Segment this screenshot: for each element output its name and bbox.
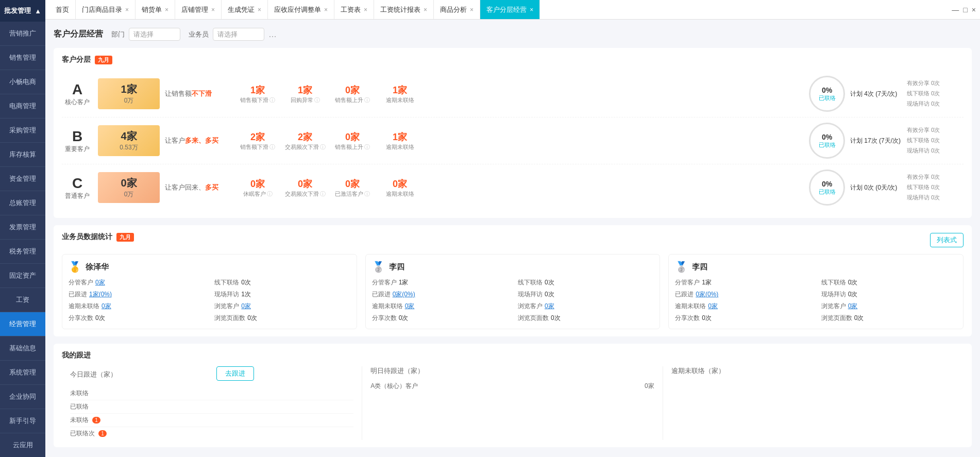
sp-stat-0-0: 分管客户0家: [69, 278, 204, 287]
tab-minimize-icon[interactable]: —: [952, 6, 959, 14]
sp-stat-1-3: 现场拜访0次: [518, 290, 653, 299]
sidebar-header[interactable]: 批发管理 ▲: [0, 0, 45, 22]
tier-a-contact-circle: 0% 已联络: [809, 76, 845, 112]
salesperson-stats-2: 分管客户1家 线下联络0次 已跟进0家(0%) 现场拜访0次 逾期未联络0家 浏…: [675, 278, 957, 323]
tier-c-count-box[interactable]: 0家 0万: [98, 172, 160, 203]
sidebar-item-cloud[interactable]: 云应用: [0, 433, 45, 457]
tier-b-contact-info: 计划 17次 (7天/次): [850, 137, 902, 145]
tab-customer-tier[interactable]: 客户分层经营×: [480, 0, 540, 20]
tier-c-contact-circle: 0% 已联络: [809, 170, 845, 206]
sidebar-item-inventory[interactable]: 库存核算: [0, 143, 45, 167]
sidebar-item-finance[interactable]: 资金管理: [0, 167, 45, 191]
tier-b-stat-1[interactable]: 2家 销售额下滑ⓘ: [237, 131, 278, 151]
tab-sales-order[interactable]: 销货单×: [136, 0, 175, 20]
tab-close-sales-order[interactable]: ×: [165, 6, 168, 13]
sp-stat-0-1: 线下联络0次: [214, 278, 350, 287]
content-area: 客户分层经营 部门 请选择 业务员 请选择 … 客户分层 九月: [45, 20, 980, 457]
sidebar-item-ecommerce-small[interactable]: 小畅电商: [0, 70, 45, 94]
tab-close-icon[interactable]: ×: [972, 6, 976, 14]
sidebar-item-ledger[interactable]: 总账管理: [0, 191, 45, 215]
tab-home[interactable]: 首页: [49, 0, 76, 20]
follow-col-tomorrow: 明日待跟进（家） A类（核心）客户 0家: [362, 366, 663, 440]
salesperson-stats-1: 分管客户1家 线下联络0次 已跟进0家(0%) 现场拜访0次 逾期未联络0家 浏…: [372, 278, 654, 323]
sp-stat-0-7: 浏览页面数0次: [214, 314, 350, 323]
sales-select[interactable]: 请选择: [213, 28, 264, 41]
sidebar-item-payroll[interactable]: 工资: [0, 288, 45, 312]
tier-b-contact-circle: 0% 已联络: [809, 123, 845, 159]
tier-c-stats: 0家 休眠客户ⓘ 0家 交易频次下滑ⓘ 0家 已激活客户ⓘ 0家 逾期未联络: [237, 178, 804, 198]
sidebar-item-sales[interactable]: 销售管理: [0, 46, 45, 70]
tier-a-stat-2[interactable]: 1家 回购异常ⓘ: [284, 84, 326, 104]
sidebar-item-invoice[interactable]: 发票管理: [0, 215, 45, 240]
follow-overdue-title: 逾期未联络（家）: [671, 366, 955, 376]
tier-row-c: C 普通客户 0家 0万 让客户回来、多买 0家 休眠客户ⓘ 0家: [62, 164, 964, 211]
sp-stat-0-5: 浏览客户0家: [214, 302, 350, 311]
medal-icon-0: 🥇: [69, 261, 81, 273]
tier-b-stat-3[interactable]: 0家 销售额上升ⓘ: [332, 131, 373, 151]
sidebar-item-purchase[interactable]: 采购管理: [0, 119, 45, 143]
tab-close-store-products[interactable]: ×: [125, 6, 129, 13]
tab-store-products[interactable]: 门店商品目录×: [76, 0, 136, 20]
tier-b-slogan: 让客户多来、多买: [165, 136, 232, 145]
tab-payroll-sheet[interactable]: 工资表×: [334, 0, 374, 20]
tier-a-stat-3[interactable]: 0家 销售额上升ⓘ: [332, 84, 373, 104]
follow-today-row-1: 未联络: [70, 387, 353, 400]
tier-b-stat-4[interactable]: 1家 逾期未联络: [379, 131, 420, 151]
sales-stats-header: 业务员数据统计 九月 列表式: [62, 232, 964, 248]
sidebar-item-basic-info[interactable]: 基础信息: [0, 336, 45, 361]
tier-a-stat-1[interactable]: 1家 销售额下滑ⓘ: [237, 84, 278, 104]
tab-ar-ap[interactable]: 应收应付调整单×: [268, 0, 334, 20]
tab-maximize-icon[interactable]: □: [963, 6, 967, 14]
list-view-button[interactable]: 列表式: [930, 233, 964, 247]
sidebar-item-management[interactable]: 经营管理: [0, 312, 45, 336]
go-follow-button[interactable]: 去跟进: [216, 366, 254, 381]
sales-filter: 业务员 请选择 …: [189, 28, 277, 41]
sidebar-item-tax[interactable]: 税务管理: [0, 240, 45, 264]
salesperson-name-2: 🥈 李四: [675, 261, 957, 273]
sidebar-item-guide[interactable]: 新手引导: [0, 409, 45, 433]
sales-month-badge: 九月: [116, 233, 134, 242]
sidebar-item-ecommerce[interactable]: 电商管理: [0, 94, 45, 119]
sp-stat-2-3: 现场拜访0次: [821, 290, 957, 299]
tab-shop-mgmt[interactable]: 店铺管理×: [175, 0, 222, 20]
sp-stat-1-2: 已跟进0家(0%): [372, 290, 508, 299]
sidebar-item-collab[interactable]: 企业协同: [0, 385, 45, 409]
tab-close-customer-tier[interactable]: ×: [530, 6, 533, 13]
tier-c-contact-info: 计划 0次 (0天/次): [850, 183, 902, 192]
sidebar-item-system[interactable]: 系统管理: [0, 361, 45, 385]
tab-close-voucher[interactable]: ×: [258, 6, 261, 13]
tier-b-count-box[interactable]: 4家 0.53万: [98, 125, 160, 156]
dept-select[interactable]: 请选择: [129, 28, 180, 41]
sidebar-item-fixed-assets[interactable]: 固定资产: [0, 264, 45, 288]
tier-a-slogan: 让销售额不下滑: [165, 89, 232, 98]
tab-payroll-report[interactable]: 工资统计报表×: [374, 0, 434, 20]
tab-voucher[interactable]: 生成凭证×: [222, 0, 268, 20]
tab-close-shop-mgmt[interactable]: ×: [211, 6, 215, 13]
salesperson-card-1: 🥈 李四 分管客户1家 线下联络0次 已跟进0家(0%) 现场拜访0次 逾期未联…: [365, 254, 661, 329]
tab-product-analysis[interactable]: 商品分析×: [434, 0, 480, 20]
medal-icon-2: 🥈: [675, 261, 688, 273]
tier-c-stat-2[interactable]: 0家 交易频次下滑ⓘ: [284, 178, 326, 198]
tab-close-ar-ap[interactable]: ×: [324, 6, 328, 13]
tier-b-stat-2[interactable]: 2家 交易频次下滑ⓘ: [284, 131, 326, 151]
salesperson-stats-0: 分管客户0家 线下联络0次 已跟进1家(0%) 现场拜访1次 逾期未联络0家 浏…: [69, 278, 350, 323]
more-filter-icon[interactable]: …: [268, 30, 277, 39]
sp-stat-1-0: 分管客户1家: [372, 278, 508, 287]
sidebar-item-marketing[interactable]: 营销推广: [0, 22, 45, 46]
tier-a-count-box[interactable]: 1家 0万: [98, 78, 160, 109]
tier-a-stat-4[interactable]: 1家 逾期未联络: [379, 84, 420, 104]
sidebar-toggle-icon: ▲: [35, 7, 41, 15]
tab-close-payroll-report[interactable]: ×: [424, 6, 427, 13]
tab-close-product-analysis[interactable]: ×: [470, 6, 474, 13]
sp-stat-2-6: 分享次数0次: [675, 314, 810, 323]
salesperson-card-0: 🥇 徐泽华 分管客户0家 线下联络0次 已跟进1家(0%) 现场拜访1次 逾期未…: [62, 254, 357, 329]
tier-c-stat-1[interactable]: 0家 休眠客户ⓘ: [237, 178, 278, 198]
follow-tomorrow-title: 明日待跟进（家）: [370, 366, 654, 376]
sp-stat-1-1: 线下联络0次: [518, 278, 653, 287]
tier-c-stat-3[interactable]: 0家 已激活客户ⓘ: [332, 178, 373, 198]
tier-c-stat-4[interactable]: 0家 逾期未联络: [379, 178, 420, 198]
tab-bar-actions: — □ ×: [952, 6, 976, 14]
tab-close-payroll[interactable]: ×: [364, 6, 367, 13]
medal-icon-1: 🥈: [372, 261, 385, 273]
salesperson-card-2: 🥈 李四 分管客户1家 线下联络0次 已跟进0家(0%) 现场拜访0次 逾期未联…: [668, 254, 964, 329]
